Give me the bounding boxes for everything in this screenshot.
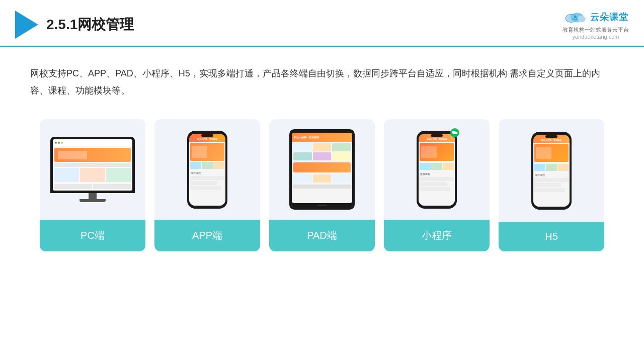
brand-url-text: yunduoketang.com (573, 34, 619, 40)
wechat-badge (450, 128, 459, 137)
card-h5-image: 职达人的第一堂训练课 推荐课程 (499, 119, 604, 222)
logo-triangle-icon (15, 11, 38, 39)
card-pad-image: 职达人的第一堂训练课 (269, 119, 375, 220)
card-miniprogram: 职达人的第一堂训练课 推荐课程 (384, 119, 490, 251)
brand-section: 云朵课堂 教育机构一站式服务云平台 yunduoketang.com (562, 9, 629, 40)
card-app-label: APP端 (154, 220, 260, 251)
card-h5-label: H5 (499, 222, 604, 251)
brand-name-text: 云朵课堂 (590, 11, 628, 23)
svg-point-7 (455, 132, 458, 134)
description-text: 网校支持PC、APP、PAD、小程序、H5，实现多端打通，产品各终端自由切换，数… (0, 47, 644, 109)
card-pc-label: PC端 (40, 220, 145, 251)
svg-point-4 (574, 16, 577, 18)
pc-monitor-icon (50, 137, 135, 202)
header-left: 2.5.1网校管理 (15, 11, 134, 39)
card-pad-label: PAD端 (269, 220, 375, 251)
miniprogram-phone-icon: 职达人的第一堂训练课 推荐课程 (417, 131, 457, 209)
card-miniprogram-label: 小程序 (384, 220, 490, 251)
card-pad: 职达人的第一堂训练课 (269, 119, 375, 251)
card-h5: 职达人的第一堂训练课 推荐课程 (499, 119, 604, 251)
app-phone-icon: 职达人的第一堂训练课 推荐课程 (187, 131, 227, 209)
app-phone-wrapper: 职达人的第一堂训练课 推荐课程 (187, 131, 227, 209)
h5-phone-wrapper: 职达人的第一堂训练课 推荐课程 (531, 132, 572, 210)
brand-logo: 云朵课堂 (563, 9, 628, 25)
card-app: 职达人的第一堂训练课 推荐课程 (154, 119, 260, 251)
card-pc-image (40, 119, 145, 220)
svg-point-2 (578, 16, 586, 23)
card-app-image: 职达人的第一堂训练课 推荐课程 (154, 119, 260, 220)
pad-tablet-icon: 职达人的第一堂训练课 (289, 129, 355, 210)
cloud-icon (563, 9, 587, 25)
platform-cards: PC端 职达人的第一堂训练课 (0, 109, 644, 266)
card-miniprogram-image: 职达人的第一堂训练课 推荐课程 (384, 119, 490, 220)
brand-subtitle-text: 教育机构一站式服务云平台 (562, 26, 629, 34)
page-title: 2.5.1网校管理 (46, 15, 134, 34)
h5-phone-icon: 职达人的第一堂训练课 推荐课程 (531, 132, 572, 210)
card-pc: PC端 (40, 119, 145, 251)
miniprogram-phone-wrapper: 职达人的第一堂训练课 推荐课程 (417, 131, 457, 209)
page-header: 2.5.1网校管理 云朵课堂 教育机构一站式服务云平台 yunduoketang… (0, 0, 644, 47)
